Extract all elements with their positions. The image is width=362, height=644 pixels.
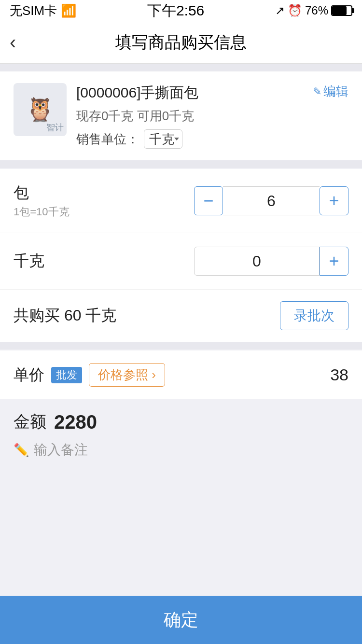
price-row: 单价 批发 价格参照 › 38 [0,350,362,399]
page-title: 填写商品购买信息 [115,31,247,54]
product-thumb-label: 智计 [46,122,64,133]
confirm-button-label: 确定 [164,608,198,632]
bao-label-group: 包 1包=10千克 [14,182,81,219]
amount-row: 金额 2280 [14,411,348,433]
kg-label: 千克 [14,251,81,272]
divider-mid [0,160,362,168]
product-title-row: [0000006]手撕面包 ✎ 编辑 [76,83,348,103]
pifa-badge: 批发 [51,367,82,383]
form-row-kg: 千克 + [0,233,362,290]
product-info: [0000006]手撕面包 ✎ 编辑 现存0千克 可用0千克 销售单位： 千克 [76,83,348,149]
kg-quantity-input[interactable] [194,247,320,276]
note-placeholder: 输入备注 [34,441,88,459]
status-left: 无SIM卡 📶 [10,2,76,19]
bao-sublabel: 1包=10千克 [14,205,81,219]
bao-quantity-input[interactable] [223,186,320,215]
status-right: ↗ ⏰ 76% [275,4,352,17]
price-value: 38 [330,365,348,384]
location-icon: ↗ [275,4,285,17]
content-spacer [0,471,362,596]
product-card: 🦉 智计 [0000006]手撕面包 ✎ 编辑 现存0千克 可用0千克 销售单位… [0,71,362,160]
price-ref-button[interactable]: 价格参照 › [89,363,165,387]
divider-price [0,342,362,350]
nav-bar: ‹ 填写商品购买信息 [0,21,362,64]
kg-input-group: + [194,247,348,276]
unit-label: 销售单位： [76,131,139,148]
status-time: 下午2:56 [147,1,204,21]
confirm-button[interactable]: 确定 [0,596,362,644]
back-button[interactable]: ‹ [10,31,16,53]
price-label-group: 单价 批发 价格参照 › [14,363,165,387]
battery-percent: 76% [305,4,328,17]
bao-label: 包 [14,182,81,204]
edit-icon: ✎ [313,85,321,98]
total-text: 共购买 60 千克 [14,305,116,326]
status-bar: 无SIM卡 📶 下午2:56 ↗ ⏰ 76% [0,0,362,21]
price-label: 单价 [14,364,44,386]
price-section: 单价 批发 价格参照 › 38 [0,350,362,399]
product-name: [0000006]手撕面包 [76,83,313,103]
total-row: 共购买 60 千克 录批次 [0,290,362,342]
bao-increase-button[interactable]: + [320,186,348,215]
product-logo-icon: 🦉 [26,96,55,123]
note-row[interactable]: ✏️ 输入备注 [14,441,348,459]
divider-top [0,64,362,71]
bao-decrease-button[interactable]: − [194,186,223,215]
kg-increase-button[interactable]: + [320,247,348,276]
battery-icon [331,5,352,16]
amount-label: 金额 [14,411,46,433]
bao-input-group: − + [194,186,348,215]
edit-link[interactable]: ✎ 编辑 [313,83,348,100]
product-thumbnail: 🦉 智计 [14,83,67,136]
carrier-text: 无SIM卡 [10,2,57,19]
amount-value: 2280 [54,411,97,433]
form-section: 包 1包=10千克 − + 千克 + [0,169,362,290]
battery-fill [332,6,347,15]
product-stock: 现存0千克 可用0千克 [76,108,348,125]
edit-label: 编辑 [323,83,348,100]
amount-section: 金额 2280 ✏️ 输入备注 [0,399,362,471]
unit-select[interactable]: 千克 [144,129,182,149]
pencil-icon: ✏️ [14,443,29,458]
alarm-icon: ⏰ [288,4,302,17]
product-unit-row: 销售单位： 千克 [76,129,348,149]
form-row-bao: 包 1包=10千克 − + [0,169,362,233]
wifi-icon: 📶 [61,3,76,18]
record-batch-button[interactable]: 录批次 [280,301,348,330]
kg-label-group: 千克 [14,251,81,272]
